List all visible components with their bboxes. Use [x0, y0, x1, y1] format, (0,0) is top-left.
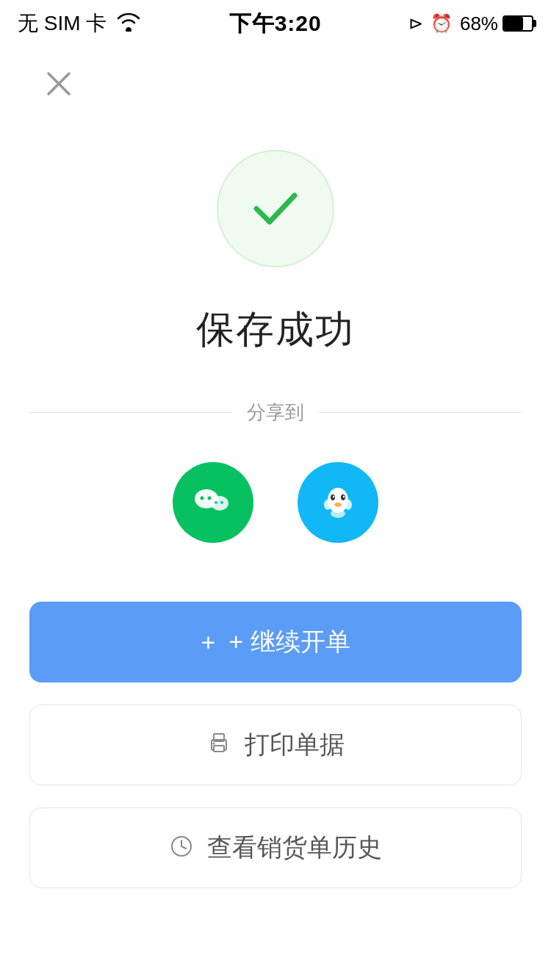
divider-right [319, 412, 522, 413]
svg-point-16 [331, 509, 345, 518]
success-circle [217, 150, 334, 267]
svg-point-4 [201, 497, 204, 500]
location-icon: ⊳ [408, 13, 423, 34]
history-label: 查看销货单历史 [207, 831, 382, 865]
wifi-icon [115, 11, 142, 37]
svg-point-13 [334, 502, 342, 507]
checkmark-icon [246, 179, 305, 238]
share-wechat-button[interactable] [173, 462, 253, 543]
svg-point-20 [213, 742, 215, 744]
history-button[interactable]: 查看销货单历史 [29, 807, 522, 888]
success-title: 保存成功 [196, 304, 355, 356]
svg-point-11 [333, 496, 334, 498]
svg-point-3 [211, 496, 228, 511]
share-qq-button[interactable] [298, 462, 378, 543]
print-label: 打印单据 [245, 728, 345, 762]
svg-point-6 [215, 501, 217, 504]
no-sim-label: 无 SIM 卡 [18, 10, 107, 37]
divider-left [29, 412, 232, 413]
continue-order-button[interactable]: + + 继续开单 [29, 602, 522, 682]
status-right: ⊳ ⏰ 68% [408, 12, 533, 35]
alarm-icon: ⏰ [431, 13, 453, 34]
page-content: 保存成功 分享到 [0, 47, 551, 980]
share-section: 分享到 [29, 400, 522, 543]
print-button[interactable]: 打印单据 [29, 705, 522, 785]
status-left: 无 SIM 卡 [18, 10, 142, 37]
battery-container: 68% [460, 12, 533, 35]
action-buttons: + + 继续开单 打印单据 查看销货单历史 [29, 602, 522, 888]
svg-point-5 [208, 497, 212, 500]
svg-rect-19 [214, 746, 224, 752]
share-label: 分享到 [247, 400, 304, 425]
svg-point-12 [343, 496, 345, 498]
status-time: 下午3:20 [229, 9, 322, 39]
plus-icon: + [201, 630, 215, 655]
wechat-icon [189, 478, 237, 527]
svg-point-7 [220, 501, 223, 504]
share-icons [173, 462, 378, 543]
battery-icon [503, 15, 533, 32]
svg-point-14 [324, 500, 331, 510]
continue-order-label: + 继续开单 [228, 625, 350, 659]
print-icon [206, 731, 231, 760]
svg-point-8 [328, 488, 348, 513]
qq-icon [314, 478, 362, 527]
history-icon [169, 834, 194, 862]
battery-percentage: 68% [460, 12, 498, 35]
close-button[interactable] [37, 62, 81, 106]
svg-point-10 [341, 494, 345, 500]
svg-point-15 [345, 500, 352, 510]
status-bar: 无 SIM 卡 下午3:20 ⊳ ⏰ 68% [0, 0, 551, 47]
share-divider-row: 分享到 [29, 400, 522, 425]
svg-point-9 [331, 494, 335, 500]
